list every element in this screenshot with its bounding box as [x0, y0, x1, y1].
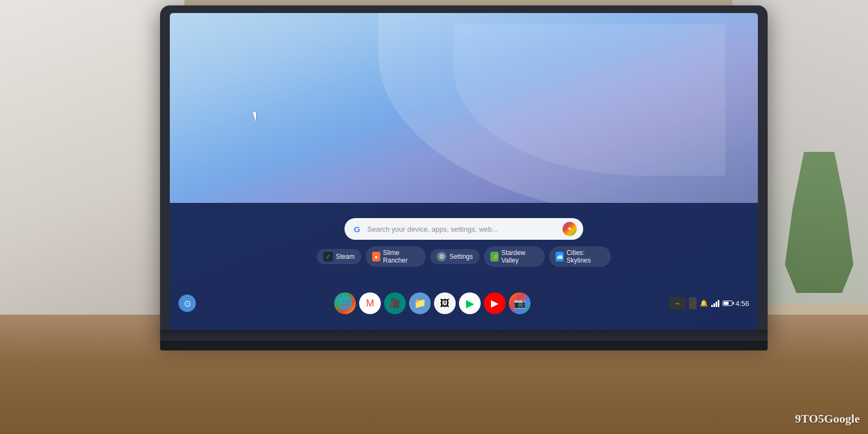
stardew-label: Stardew Valley [501, 249, 538, 264]
recent-app-steam[interactable]: ✓ Steam [317, 249, 361, 264]
screenshot-thumbnail: ▪▪▪ [669, 297, 686, 309]
battery-icon [723, 301, 732, 306]
wifi-bar-3 [716, 302, 717, 307]
laptop-chin [160, 330, 768, 342]
steam-app-icon: ✓ [323, 252, 333, 261]
chromeos-launcher[interactable]: G Search your device, apps, settings, we… [170, 203, 758, 333]
meet-icon: 🎥 [389, 297, 401, 309]
mouse-cursor [253, 112, 260, 123]
dock-app-gmail[interactable]: M [359, 292, 381, 314]
search-placeholder: Search your device, apps, settings, web.… [367, 225, 558, 233]
dock-app-play[interactable]: ▶ [459, 292, 481, 314]
dock-app-meet[interactable]: 🎥 [384, 292, 406, 314]
recent-app-cities[interactable]: 🏙 Cities: Skylines [549, 246, 611, 267]
steam-app-label: Steam [336, 253, 355, 260]
launcher-dot-icon: ⊙ [184, 298, 191, 309]
cities-app-icon: 🏙 [556, 252, 564, 261]
settings-label: Settings [449, 253, 473, 260]
play-store-icon: ▶ [466, 297, 474, 310]
clock: 4:56 [736, 299, 749, 308]
youtube-icon: ▶ [491, 297, 499, 309]
gmail-icon: M [366, 298, 374, 309]
slime-rancher-app-icon: ● [372, 252, 380, 261]
dock-apps: 🌐 M 🎥 📁 🖼 [334, 292, 531, 314]
chrome-icon: 🌐 [338, 296, 353, 310]
battery-fill [724, 302, 729, 305]
site-watermark: 9TO5Google [795, 412, 860, 426]
wifi-icon [711, 299, 719, 307]
chromeos-wallpaper: G Search your device, apps, settings, we… [170, 13, 758, 333]
snapseed-icon: 📷 [514, 297, 526, 309]
dock-app-snapseed[interactable]: 📷 [509, 292, 531, 314]
steam-check-icon: ✓ [326, 253, 331, 260]
dock-app-files[interactable]: 📁 [409, 292, 431, 314]
recent-apps-row: ✓ Steam ● Slime Rancher [317, 246, 611, 267]
laptop-hinge [160, 341, 768, 350]
scene: G Search your device, apps, settings, we… [0, 0, 868, 434]
wifi-bar-4 [718, 300, 719, 307]
wifi-bar-2 [713, 303, 715, 307]
recent-app-stardew[interactable]: 🌾 Stardew Valley [484, 246, 545, 267]
launcher-button[interactable]: ⊙ [178, 295, 196, 312]
laptop-screen: G Search your device, apps, settings, we… [170, 13, 758, 333]
google-assistant-icon[interactable]: ✦ [563, 222, 577, 236]
recent-app-settings[interactable]: ⚙ Settings [430, 249, 479, 264]
cities-label: Cities: Skylines [566, 249, 604, 264]
files-icon: 📁 [414, 297, 426, 309]
photos-icon: 🖼 [440, 298, 450, 309]
search-bar[interactable]: G Search your device, apps, settings, we… [344, 218, 583, 240]
stardew-app-icon: 🌾 [490, 252, 499, 261]
recent-app-slime-rancher[interactable]: ● Slime Rancher [366, 246, 426, 267]
dock-app-chrome[interactable]: 🌐 [334, 292, 356, 314]
dock-app-photos[interactable]: 🖼 [434, 292, 456, 314]
system-tray[interactable]: ▪▪▪ 🔔 [669, 297, 749, 309]
laptop-bezel: G Search your device, apps, settings, we… [160, 5, 768, 342]
search-area[interactable]: G Search your device, apps, settings, we… [344, 218, 583, 240]
dock-app-youtube[interactable]: ▶ [484, 292, 506, 314]
settings-app-icon: ⚙ [437, 252, 446, 261]
wifi-bar-1 [711, 305, 713, 307]
google-g-icon: G [351, 223, 363, 235]
bg-wall-left [0, 0, 184, 315]
phone-icon [689, 297, 697, 309]
chromeos-taskbar: ⊙ 🌐 M 🎥 [170, 273, 758, 333]
network-icon: 🔔 [700, 299, 708, 307]
slime-rancher-label: Slime Rancher [383, 249, 419, 264]
